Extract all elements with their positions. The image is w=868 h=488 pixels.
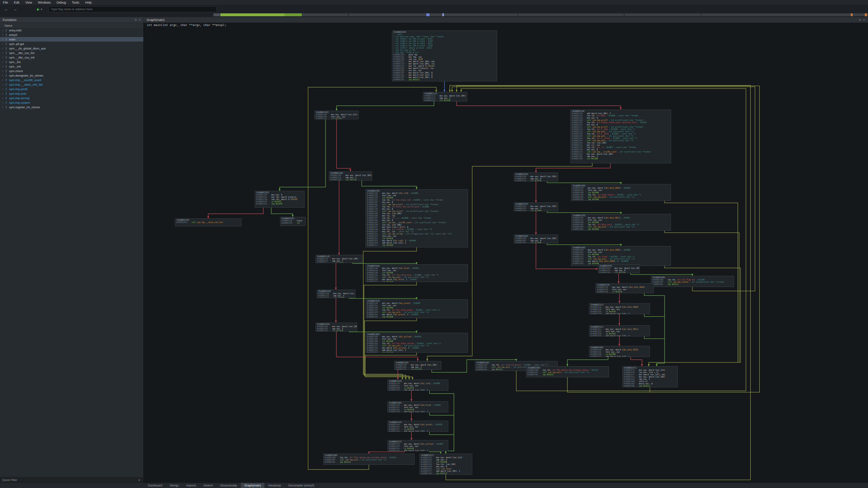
navbar-segment[interactable]: [701, 13, 702, 16]
graph-block-b37[interactable]: [0x00001571]0x00001571 mov eax, dword [v…: [622, 366, 678, 387]
panel-close-icon[interactable]: ×: [863, 18, 865, 22]
navbar-segment[interactable]: [284, 13, 302, 16]
graph-block-b2[interactable]: [0x000011c3]0x000011c3 mov eax, dword [v…: [423, 92, 467, 101]
tab-disassembly[interactable]: Disassembly: [217, 483, 241, 488]
expand-chevron-icon[interactable]: ›: [2, 56, 5, 59]
menu-item-tools[interactable]: Tools: [69, 0, 82, 5]
function-item-sym._fini[interactable]: ›ƒsym._fini: [0, 60, 143, 64]
navbar-segment[interactable]: [214, 13, 220, 16]
panel-menu-icon[interactable]: ≡: [859, 18, 861, 22]
tab-hexdump[interactable]: Hexdump: [265, 483, 285, 488]
function-item-main[interactable]: ›ƒmain: [0, 37, 143, 41]
menu-item-help[interactable]: Help: [82, 0, 95, 5]
graph-block-b24[interactable]: [0x00001430]0x00001430 mov eax, dword [v…: [514, 173, 558, 182]
graph-block-b21[interactable]: [0x000013f2]0x000013f2 mov eax, dword [o…: [388, 440, 448, 451]
graph-canvas[interactable]: [144, 17, 868, 483]
function-item-sym.imp.__isoc99_scanf[interactable]: ›ƒsym.imp.__isoc99_scanf: [0, 78, 143, 82]
tab-strings[interactable]: Strings: [166, 483, 183, 488]
expand-chevron-icon[interactable]: ›: [2, 51, 5, 55]
graph-block-b1[interactable]: [0x00001169];-- main:; int main(int argc…: [392, 31, 497, 81]
expand-chevron-icon[interactable]: ›: [2, 60, 5, 64]
expand-chevron-icon[interactable]: ›: [2, 105, 5, 109]
function-item-sym..plt.got[interactable]: ›ƒsym..plt.got: [0, 41, 143, 46]
graph-block-b8[interactable]: [0x000014f8]0x000014f8 call sym.imp.__st…: [175, 219, 241, 226]
expand-chevron-icon[interactable]: ›: [2, 65, 5, 68]
back-button[interactable]: ←: [4, 5, 8, 13]
graph-block-b7[interactable]: [0x00001250]0x00001250 mov eax, dword [o…: [366, 189, 468, 248]
navbar-segment[interactable]: [851, 13, 852, 16]
menu-item-edit[interactable]: Edit: [11, 0, 22, 5]
function-item-sym.deregister_tm_clones[interactable]: ›ƒsym.deregister_tm_clones: [0, 73, 143, 78]
function-item-sym._init[interactable]: ›ƒsym._init: [0, 64, 143, 69]
graph-block-b36[interactable]: [0x00001560]0x00001560 lea rdi, str.The_…: [526, 366, 609, 377]
navbar-segment[interactable]: [426, 13, 430, 16]
menu-item-debug[interactable]: Debug: [54, 0, 69, 5]
graph-block-b35[interactable]: [0x00001548]0x00001548 mov eax, dword [o…: [589, 346, 650, 357]
panel-menu-icon[interactable]: ≡: [135, 18, 137, 22]
graph-block-b33[interactable]: [0x0000151e]0x0000151e mov eax, dword [o…: [589, 303, 650, 314]
graph-block-b9[interactable]: [0x00001545]0x00001545 leave0x00001546 r…: [280, 217, 306, 226]
graph-block-b5[interactable]: [0x00001240]0x00001240 mov eax, dword [v…: [329, 171, 372, 181]
expand-chevron-icon[interactable]: ›: [2, 92, 5, 95]
graph-block-b20[interactable]: [0x000013e4]0x000013e4 mov eax, dword [o…: [388, 421, 448, 432]
graph-block-b16[interactable]: [0x000013a0]0x000013a0 mov eax, dword [v…: [394, 361, 441, 370]
expand-chevron-icon[interactable]: ›: [2, 29, 5, 32]
function-item-sym.imp.strcmp[interactable]: ›ƒsym.imp.strcmp: [0, 96, 143, 100]
navigation-bar[interactable]: [0, 13, 868, 17]
menu-item-view[interactable]: View: [22, 0, 35, 5]
graph-block-b3[interactable]: [0x000011d5]0x000011d5 mov eax, dword [v…: [314, 111, 359, 119]
expand-chevron-icon[interactable]: ›: [2, 83, 5, 86]
graph-block-b26[interactable]: [0x00001470]0x00001470 mov eax, dword [v…: [514, 202, 558, 211]
tab-decompiler-entry0-[interactable]: Decompiler (entry0): [285, 483, 318, 488]
function-item-sym.imp.puts[interactable]: ›ƒsym.imp.puts: [0, 91, 143, 96]
seek-address-input[interactable]: [49, 6, 217, 12]
graph-block-b15[interactable]: [0x00001360]0x00001360 mov eax, dword [o…: [366, 333, 468, 353]
function-item-sym.imp.__stack_chk_fail[interactable]: ›ƒsym.imp.__stack_chk_fail: [0, 82, 143, 87]
expand-chevron-icon[interactable]: ›: [2, 78, 5, 82]
graph-block-b18[interactable]: [0x000013c8]0x000013c8 mov eax, dword [o…: [388, 380, 448, 391]
menu-item-file[interactable]: File: [0, 0, 11, 5]
expand-chevron-icon[interactable]: ›: [2, 69, 5, 72]
function-item-sym.imp.printf[interactable]: ›ƒsym.imp.printf: [0, 87, 143, 91]
functions-column-header[interactable]: Name: [0, 23, 143, 29]
graph-block-b23[interactable]: [0x00001411]0x00001411 mov eax, dword [v…: [420, 454, 472, 475]
expand-chevron-icon[interactable]: ›: [2, 88, 5, 91]
graph-block-b34[interactable]: [0x0000152c]0x0000152c mov eax, dword [o…: [589, 325, 650, 336]
graph-block-b29[interactable]: [0x000014b8]0x000014b8 mov eax, dword [o…: [571, 246, 671, 266]
function-item-sym.__do_global_dtors_aux[interactable]: ›ƒsym.__do_global_dtors_aux: [0, 46, 143, 51]
expand-chevron-icon[interactable]: ›: [2, 96, 5, 100]
graph-block-b6[interactable]: [0x00001526]0x00001526 mov eax, 00x00001…: [255, 191, 305, 207]
graph-block-b32[interactable]: [0x00001510]0x00001510 mov eax, dword [o…: [596, 283, 654, 293]
graph-block-b27[interactable]: [0x00001478]0x00001478 mov eax, dword [o…: [571, 214, 671, 231]
graph-block-b4[interactable]: [0x000011a0]0x000011a0 add dword [var_20…: [570, 109, 671, 163]
expand-chevron-icon[interactable]: ›: [2, 42, 5, 45]
graph-block-b31[interactable]: [0x00001500]0x00001500 lea rdi, str.cat_…: [651, 276, 734, 287]
debug-dropdown-caret[interactable]: ▾: [41, 8, 42, 11]
function-item-sym.check[interactable]: ›ƒsym.check: [0, 69, 143, 73]
debug-start-button[interactable]: ▶: [37, 7, 40, 11]
panel-close-icon[interactable]: ×: [139, 18, 141, 22]
expand-chevron-icon[interactable]: ›: [2, 33, 5, 36]
navbar-segment[interactable]: [518, 13, 518, 16]
navbar-segment[interactable]: [865, 13, 867, 16]
quick-filter-close-icon[interactable]: ×: [137, 478, 142, 482]
navbar-segment[interactable]: [442, 13, 444, 16]
graph-block-b12[interactable]: [0x00001310]0x00001310 mov eax, dword [v…: [317, 290, 355, 298]
tab-dashboard[interactable]: Dashboard: [144, 483, 166, 488]
tab-search[interactable]: Search: [200, 483, 217, 488]
graph-block-b10[interactable]: [0x000012c8]0x000012c8 mov eax, dword [v…: [315, 255, 363, 263]
tab-graph-main-[interactable]: Graph(main): [241, 483, 265, 488]
expand-chevron-icon[interactable]: ›: [2, 38, 5, 41]
function-item-sym.register_tm_clones[interactable]: ›ƒsym.register_tm_clones: [0, 105, 143, 109]
navbar-segment[interactable]: [348, 13, 349, 16]
expand-chevron-icon[interactable]: ›: [2, 47, 5, 50]
graph-block-b19[interactable]: [0x000013d6]0x000013d6 mov eax, dword [o…: [388, 401, 448, 412]
tab-imports[interactable]: Imports: [183, 483, 200, 488]
function-item-sym.__libc_csu_fini[interactable]: ›ƒsym.__libc_csu_fini: [0, 51, 143, 55]
graph-block-b22[interactable]: [0x00001400]0x00001400 lea rdi, str.That…: [323, 454, 414, 465]
graph-block-b11[interactable]: [0x000012d0]0x000012d0 mov eax, dword [o…: [366, 264, 468, 282]
menu-item-windows[interactable]: Windows: [35, 0, 54, 5]
function-item-sym.__libc_csu_init[interactable]: ›ƒsym.__libc_csu_init: [0, 55, 143, 60]
expand-chevron-icon[interactable]: ›: [2, 74, 5, 77]
graph-block-b14[interactable]: [0x00001358]0x00001358 mov eax, dword [v…: [315, 323, 357, 331]
